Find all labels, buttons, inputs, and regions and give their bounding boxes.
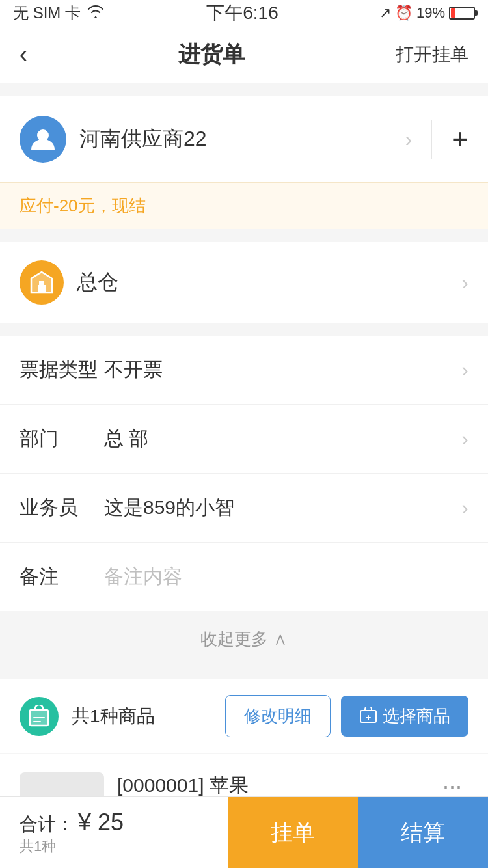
bottom-bar: 合计： ¥ 25 共1种 挂单 结算 [0, 796, 488, 868]
supplier-row[interactable]: 河南供应商22 › + [0, 96, 488, 182]
battery-icon [449, 7, 475, 20]
open-hang-button[interactable]: 打开挂单 [396, 42, 468, 67]
hang-button[interactable]: 挂单 [228, 797, 358, 869]
select-product-label: 选择商品 [383, 705, 450, 727]
supplier-avatar [20, 116, 66, 163]
divider [431, 120, 432, 159]
alarm-icon: ⏰ [395, 5, 413, 21]
invoice-type-label: 票据类型 [20, 357, 104, 383]
total-section: 合计： ¥ 25 共1种 [0, 809, 228, 856]
salesperson-value: 这是859的小智 [104, 495, 461, 521]
total-value: ¥ 25 [78, 809, 124, 836]
product-title: 苹果 [210, 774, 249, 796]
department-label: 部门 [20, 426, 104, 452]
carrier-text: 无 SIM 卡 [13, 3, 81, 23]
back-button[interactable]: ‹ [20, 41, 27, 68]
form-section: 票据类型 不开票 › 部门 总 部 › 业务员 这是859的小智 › 备注 备注… [0, 336, 488, 611]
notice-banner: 应付-20元，现结 [0, 182, 488, 229]
wifi-icon [86, 4, 105, 22]
total-amount: 合计： ¥ 25 [20, 809, 208, 837]
remark-row[interactable]: 备注 备注内容 [0, 543, 488, 611]
warehouse-name: 总仓 [77, 268, 461, 297]
add-button[interactable]: + [452, 123, 468, 156]
warehouse-row[interactable]: 总仓 › [0, 242, 488, 323]
select-product-button[interactable]: 选择商品 [341, 696, 468, 737]
salesperson-chevron-icon: › [461, 496, 468, 520]
collapse-row[interactable]: 收起更多 ∧ [0, 612, 488, 666]
checkout-button[interactable]: 结算 [358, 797, 488, 869]
warehouse-chevron-icon: › [461, 271, 468, 295]
status-left: 无 SIM 卡 [13, 3, 105, 23]
total-label: 合计： [20, 812, 74, 837]
battery-percent: 19% [416, 5, 445, 21]
supplier-section: 河南供应商22 › + 应付-20元，现结 [0, 96, 488, 229]
remark-label: 备注 [20, 563, 104, 590]
supplier-chevron-icon: › [405, 128, 413, 152]
department-chevron-icon: › [461, 427, 468, 451]
location-icon: ↗ [379, 5, 391, 21]
department-row[interactable]: 部门 总 部 › [0, 405, 488, 474]
product-code: [0000001] [117, 774, 204, 796]
total-count: 共1种 [20, 837, 208, 856]
invoice-type-value: 不开票 [104, 357, 461, 383]
salesperson-label: 业务员 [20, 495, 104, 521]
product-count-text: 共1种商品 [72, 704, 225, 729]
invoice-type-row[interactable]: 票据类型 不开票 › [0, 336, 488, 405]
salesperson-row[interactable]: 业务员 这是859的小智 › [0, 474, 488, 543]
nav-bar: ‹ 进货单 打开挂单 [0, 26, 488, 83]
department-value: 总 部 [104, 426, 461, 452]
warehouse-icon [20, 260, 64, 305]
svg-rect-1 [38, 285, 46, 293]
page-title: 进货单 [178, 40, 245, 70]
status-bar: 无 SIM 卡 下午6:16 ↗ ⏰ 19% [0, 0, 488, 26]
remark-value[interactable]: 备注内容 [104, 563, 468, 590]
product-header: 共1种商品 修改明细 选择商品 [0, 679, 488, 753]
invoice-type-chevron-icon: › [461, 358, 468, 382]
product-count-icon [20, 697, 59, 736]
warehouse-section: 总仓 › [0, 242, 488, 323]
supplier-right-section: › + [405, 120, 468, 159]
product-more-button[interactable]: ··· [436, 772, 468, 800]
product-name: [0000001] 苹果 [117, 772, 436, 799]
edit-detail-button[interactable]: 修改明细 [225, 695, 331, 737]
status-right: ↗ ⏰ 19% [379, 5, 475, 21]
status-time: 下午6:16 [206, 1, 278, 25]
supplier-name: 河南供应商22 [79, 125, 405, 154]
